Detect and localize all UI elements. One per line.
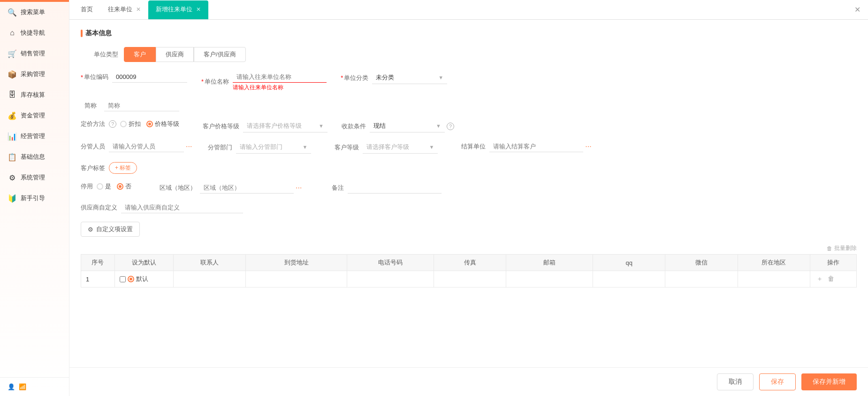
add-row-btn[interactable]: ＋ <box>815 275 824 283</box>
tab-home[interactable]: 首页 <box>73 0 100 19</box>
contacts-table: 序号 设为默认 联系人 到货地址 电话号码 传真 邮箱 qq 微信 所在地区 操… <box>81 254 857 287</box>
unit-name-input[interactable] <box>233 71 327 83</box>
email-input[interactable] <box>511 276 558 283</box>
supplier-custom-input[interactable] <box>121 202 243 213</box>
sidebar-item-newguide[interactable]: 🔰 新手引导 <box>0 188 69 209</box>
form-row-supervisor: 分管人员 ··· 分管部门 请输入分管部门 ▼ 客户等级 请选择客户等级 ▼ 结… <box>81 141 857 154</box>
supervisor-more-btn[interactable]: ··· <box>184 142 194 151</box>
qq-input[interactable] <box>598 276 635 283</box>
tab-home-label: 首页 <box>81 5 93 14</box>
col-fax: 传真 <box>434 255 506 271</box>
tab-partners-close[interactable]: ✕ <box>136 6 141 13</box>
tab-new-partner-close[interactable]: ✕ <box>196 6 201 13</box>
price-level-radio[interactable] <box>146 121 153 127</box>
fax-input[interactable] <box>439 276 476 283</box>
disable-yes-radio[interactable] <box>97 183 103 190</box>
main-area: 首页 往来单位 ✕ 新增往来单位 ✕ ✕ 基本信息 单位类型 客户 供应商 客户… <box>69 0 868 396</box>
payment-terms-help-icon[interactable]: ? <box>447 123 454 130</box>
row-checkbox[interactable] <box>120 276 126 282</box>
disable-no-radio[interactable] <box>117 183 123 190</box>
unit-type-supplier-btn[interactable]: 供应商 <box>156 47 194 62</box>
cell-fax <box>434 271 506 287</box>
sidebar-item-label: 系统管理 <box>21 173 45 182</box>
delete-row-btn[interactable]: 🗑 <box>826 275 836 282</box>
department-select[interactable]: 请输入分管部门 ▼ <box>236 141 311 154</box>
customer-level-select[interactable]: 请选择客户等级 ▼ <box>363 141 438 154</box>
sidebar-item-operation[interactable]: 📊 经营管理 <box>0 126 69 147</box>
unit-name-input-wrapper: 请输入往来单位名称 <box>233 71 327 92</box>
unit-category-value: 未分类 <box>376 73 436 82</box>
form-content: 基本信息 单位类型 客户 供应商 客户/供应商 * 单位编码 * 单位名称 请输… <box>69 20 868 367</box>
tab-new-partner-label: 新增往来单位 <box>156 5 192 14</box>
form-row-pricing: 定价方法 ? 折扣 价格等级 客户价格等级 请选择客户价格等级 <box>81 120 857 132</box>
customer-price-level-select[interactable]: 请选择客户价格等级 ▼ <box>243 120 327 132</box>
unit-type-customer-btn[interactable]: 客户 <box>124 47 156 62</box>
form-row-abbrev: 简称 <box>81 100 857 111</box>
contact-input[interactable] <box>178 276 216 283</box>
col-no: 序号 <box>81 255 115 271</box>
discount-radio[interactable] <box>120 121 127 127</box>
region-more-btn[interactable]: ··· <box>294 184 304 192</box>
sidebar-item-finance[interactable]: 💰 资金管理 <box>0 105 69 126</box>
col-default: 设为默认 <box>114 255 173 271</box>
phone-input[interactable] <box>352 276 399 283</box>
col-contact: 联系人 <box>174 255 246 271</box>
section-title-text: 基本信息 <box>85 29 112 38</box>
sidebar-item-basic[interactable]: 📋 基础信息 <box>0 147 69 167</box>
col-phone: 电话号码 <box>347 255 434 271</box>
settlement-unit-more-btn[interactable]: ··· <box>583 142 593 151</box>
region-input[interactable] <box>200 182 294 194</box>
pricing-help-icon[interactable]: ? <box>109 120 116 128</box>
sidebar-item-purchase[interactable]: 📦 采购管理 <box>0 64 69 85</box>
unit-category-label: 单位分类 <box>344 74 368 82</box>
add-tag-btn[interactable]: + 标签 <box>109 162 137 174</box>
sidebar-item-system[interactable]: ⚙ 系统管理 <box>0 167 69 188</box>
supervisor-input[interactable] <box>109 141 184 152</box>
sidebar-item-search[interactable]: 🔍 搜索菜单 <box>0 2 69 23</box>
unit-type-both-btn[interactable]: 客户/供应商 <box>194 47 246 62</box>
disable-no-label: 否 <box>125 182 131 191</box>
settings-gear-icon: ⚙ <box>88 226 93 233</box>
tab-partners[interactable]: 往来单位 ✕ <box>100 0 148 19</box>
sidebar-item-sales[interactable]: 🛒 销售管理 <box>0 43 69 64</box>
abbrev-input[interactable] <box>104 100 179 111</box>
save-button[interactable]: 保存 <box>759 373 796 390</box>
sidebar-item-quicknav[interactable]: ⌂ 快捷导航 <box>0 23 69 43</box>
disable-no-option[interactable]: 否 <box>117 182 131 191</box>
department-placeholder: 请输入分管部门 <box>240 143 300 151</box>
customer-tags-label: 客户标签 <box>81 164 105 172</box>
disable-yes-option[interactable]: 是 <box>97 182 111 191</box>
tab-new-partner[interactable]: 新增往来单位 ✕ <box>148 0 208 19</box>
unit-name-error: 请输入往来单位名称 <box>233 84 327 92</box>
payment-terms-select[interactable]: 现结 ▼ <box>370 120 445 132</box>
custom-settings-label: 自定义项设置 <box>96 225 133 233</box>
sidebar-item-label: 资金管理 <box>21 111 45 120</box>
batch-delete-row[interactable]: 🗑 批量删除 <box>81 244 857 252</box>
pricing-level-option[interactable]: 价格等级 <box>146 120 179 128</box>
col-address: 到货地址 <box>246 255 347 271</box>
col-region: 所在地区 <box>738 255 810 271</box>
sidebar-item-label: 销售管理 <box>21 49 45 58</box>
default-radio[interactable] <box>128 276 134 282</box>
default-radio-option[interactable]: 默认 <box>128 275 148 283</box>
cell-qq <box>593 271 665 287</box>
inventory-icon: 🗄 <box>8 90 17 100</box>
unit-code-input[interactable] <box>112 71 187 83</box>
address-input[interactable] <box>251 276 307 283</box>
customer-price-level-placeholder: 请选择客户价格等级 <box>247 122 317 130</box>
unit-category-select[interactable]: 未分类 ▼ <box>372 71 447 84</box>
sidebar-item-inventory[interactable]: 🗄 库存核算 <box>0 85 69 105</box>
cancel-button[interactable]: 取消 <box>717 373 754 390</box>
custom-settings-btn[interactable]: ⚙ 自定义项设置 <box>81 222 140 237</box>
wechat-input[interactable] <box>670 276 708 283</box>
settlement-unit-input[interactable] <box>489 141 583 152</box>
sidebar-bottom[interactable]: 👤 📶 <box>0 377 69 396</box>
disable-yes-label: 是 <box>105 182 111 191</box>
unit-type-row: 单位类型 客户 供应商 客户/供应商 <box>81 47 857 62</box>
table-region-input[interactable] <box>743 276 780 283</box>
tab-bar-global-close[interactable]: ✕ <box>851 3 864 16</box>
pricing-discount-option[interactable]: 折扣 <box>120 120 141 128</box>
save-new-button[interactable]: 保存并新增 <box>801 373 857 390</box>
remark-input[interactable] <box>348 182 442 194</box>
field-region: 区域（地区） ··· <box>160 182 304 194</box>
